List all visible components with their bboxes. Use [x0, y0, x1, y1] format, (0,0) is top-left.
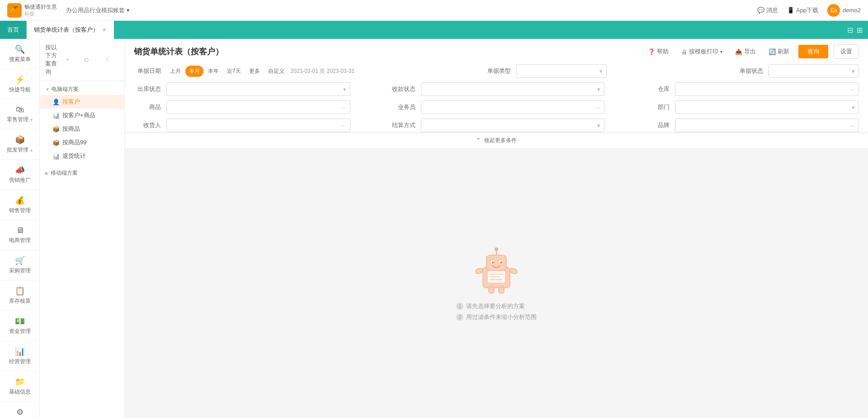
- empty-illustration: [469, 242, 524, 297]
- warehouse-select[interactable]: ···: [675, 82, 859, 96]
- logo-area: 🍊 畅捷通好生意 标版: [7, 3, 57, 18]
- date-btn-more[interactable]: 更多: [245, 66, 264, 77]
- avatar: Ea: [827, 4, 840, 17]
- tab-close-icon[interactable]: ✕: [102, 27, 106, 33]
- scheme-settings-icon[interactable]: ⊙: [84, 56, 100, 63]
- date-btn-this-month[interactable]: 本月: [185, 66, 203, 77]
- query-button[interactable]: 查询: [798, 45, 828, 58]
- tab-fullscreen-icon[interactable]: ⊞: [857, 26, 863, 34]
- doc-type-label: 单据类型: [484, 67, 511, 75]
- filter-row-2: 出库状态 ▾ 收款状态 ▾ 仓库 ···: [134, 82, 859, 96]
- inventory-icon: 📋: [2, 286, 38, 296]
- settlement-label: 结算方式: [388, 121, 415, 129]
- scheme-item-return-stat[interactable]: 📊 退货统计: [40, 149, 124, 163]
- date-btn-last-7-days[interactable]: 近7天: [223, 66, 245, 77]
- scheme-group-desktop-title[interactable]: ▼ 电脑端方案: [40, 83, 124, 95]
- quick-nav-icon: ⚡: [2, 75, 38, 85]
- main-content: 🔍 搜索菜单 ⚡ 快捷导航 🛍 零售管理 ▾ 📦 批发管理 ▴ 📣 营销推广 💰…: [0, 39, 868, 418]
- svg-rect-11: [499, 287, 504, 293]
- scheme-item-by-product-99[interactable]: 📦 按商品99: [40, 136, 124, 149]
- sidebar-operations[interactable]: 📊 经营管理: [0, 341, 39, 371]
- warehouse-label: 仓库: [642, 85, 670, 93]
- scheme-collapse-icon[interactable]: 《: [103, 56, 119, 64]
- page-actions: ❓ 帮助 🖨 按模板打印 ▾ 📤 导出 🔄 刷新: [644, 44, 859, 59]
- app-download-button[interactable]: 📱 App下载: [787, 6, 818, 14]
- sidebar-finance[interactable]: 💵 资金管理: [0, 311, 39, 341]
- receiver-label: 收货人: [134, 121, 161, 129]
- sidebar-base[interactable]: 📁 基础信息: [0, 371, 39, 402]
- date-range-display: 2023-03-01 至 2023-03-31: [291, 67, 354, 75]
- logo-icon: 🍊: [7, 3, 22, 18]
- print-button[interactable]: 🖨 按模板打印 ▾: [678, 46, 726, 57]
- out-status-select[interactable]: ▾: [166, 82, 350, 96]
- customer-icon: 👤: [52, 99, 60, 105]
- doc-status-select[interactable]: ▾: [769, 64, 859, 78]
- svg-rect-8: [475, 267, 483, 274]
- scheme-group-desktop: ▼ 电脑端方案 👤 按客户 📊 按客户+商品 📦 按商品 📦 按商品99 📊: [40, 81, 124, 165]
- doc-status-arrow-icon: ▾: [852, 68, 855, 75]
- filter-row-1: 单据日期 上月 本月 本年 近7天 更多 自定义 2023-03-01 至 20…: [134, 64, 859, 78]
- settings-button[interactable]: 设置: [834, 44, 859, 59]
- logo-text: 畅捷通好生意 标版: [24, 4, 57, 17]
- print-chevron-icon: ▾: [720, 49, 722, 54]
- brand-select[interactable]: ···: [675, 119, 859, 132]
- download-icon: 📱: [787, 7, 794, 14]
- sidebar-sales[interactable]: 💰 销售管理: [0, 190, 39, 220]
- pay-status-select[interactable]: ▾: [421, 82, 605, 96]
- date-btn-custom[interactable]: 自定义: [264, 66, 288, 77]
- sidebar-system[interactable]: ⚙ 系统管理: [0, 402, 39, 418]
- out-status-arrow-icon: ▾: [343, 86, 346, 93]
- collapse-bar[interactable]: ⌃ 收起更多条件: [125, 133, 868, 148]
- export-button[interactable]: 📤 导出: [731, 46, 760, 57]
- brand-dots: ···: [850, 122, 855, 129]
- settlement-select[interactable]: ▾: [421, 119, 605, 132]
- scheme-add-icon[interactable]: ＋: [64, 56, 80, 64]
- customer-product-icon: 📊: [52, 112, 60, 119]
- doc-status-label: 单据状态: [736, 67, 763, 75]
- content-area: 销货单统计表（按客户） ❓ 帮助 🖨 按模板打印 ▾ 📤 导出: [125, 39, 868, 418]
- tab-sales-stat[interactable]: 销货单统计表（按客户） ✕: [27, 21, 114, 39]
- refresh-icon: 🔄: [769, 48, 776, 55]
- scheme-item-by-customer[interactable]: 👤 按客户: [40, 95, 124, 109]
- product-select[interactable]: ···: [166, 100, 350, 114]
- date-btn-last-month[interactable]: 上月: [166, 66, 184, 77]
- sidebar-search[interactable]: 🔍 搜索菜单: [0, 39, 39, 69]
- tab-home[interactable]: 首页: [0, 21, 27, 39]
- top-header: 🍊 畅捷通好生意 标版 办公用品行业模拟账套 ▾ 💬 消息 📱 App下载 Ea…: [0, 0, 868, 21]
- salesperson-select[interactable]: ···: [421, 100, 605, 114]
- scheme-item-by-customer-product[interactable]: 📊 按客户+商品: [40, 109, 124, 122]
- doc-type-select[interactable]: ▾: [516, 64, 607, 78]
- message-button[interactable]: 💬 消息: [757, 6, 778, 14]
- product-label: 商品: [134, 103, 161, 111]
- receiver-select[interactable]: ···: [166, 119, 350, 132]
- sidebar-ecom[interactable]: 🖥 电商管理: [0, 220, 39, 250]
- sidebar-retail[interactable]: 🛍 零售管理 ▾: [0, 100, 39, 129]
- department-label: 部门: [642, 103, 670, 111]
- date-quick-buttons: 上月 本月 本年 近7天 更多 自定义 2023-03-01 至 2023-03…: [166, 66, 354, 77]
- page-title-row: 销货单统计表（按客户） ❓ 帮助 🖨 按模板打印 ▾ 📤 导出: [134, 44, 859, 59]
- sidebar-purchase[interactable]: 🛒 采购管理: [0, 250, 39, 280]
- department-select[interactable]: ▾: [675, 100, 859, 114]
- refresh-button[interactable]: 🔄 刷新: [765, 46, 793, 57]
- sidebar-wholesale[interactable]: 📦 批发管理 ▴: [0, 129, 39, 160]
- user-menu[interactable]: Ea demo2: [827, 4, 861, 17]
- retail-icon: 🛍: [2, 105, 38, 114]
- purchase-icon: 🛒: [2, 256, 38, 266]
- help-button[interactable]: ❓ 帮助: [644, 46, 672, 57]
- sidebar-quick-nav[interactable]: ⚡ 快捷导航: [0, 69, 39, 100]
- svg-point-7: [495, 247, 498, 251]
- scheme-group-mobile-title[interactable]: ▶ 移动端方案: [40, 166, 124, 179]
- empty-tips: 1 请先选择要分析的方案 2 用过滤条件来缩小分析范围: [456, 302, 537, 324]
- sales-icon: 💰: [2, 195, 38, 205]
- svg-rect-1: [486, 255, 506, 271]
- product-dots: ···: [341, 104, 346, 111]
- doc-type-arrow-icon: ▾: [599, 68, 603, 75]
- scheme-item-by-product[interactable]: 📦 按商品: [40, 122, 124, 136]
- sidebar-inventory[interactable]: 📋 库存核算: [0, 280, 39, 311]
- date-btn-this-year[interactable]: 本年: [204, 66, 222, 77]
- export-icon: 📤: [735, 48, 742, 55]
- svg-point-5: [500, 261, 502, 263]
- tab-minimize-icon[interactable]: ⊟: [847, 26, 853, 34]
- sidebar-marketing[interactable]: 📣 营销推广: [0, 160, 39, 190]
- sidebar: 🔍 搜索菜单 ⚡ 快捷导航 🛍 零售管理 ▾ 📦 批发管理 ▴ 📣 营销推广 💰…: [0, 39, 40, 418]
